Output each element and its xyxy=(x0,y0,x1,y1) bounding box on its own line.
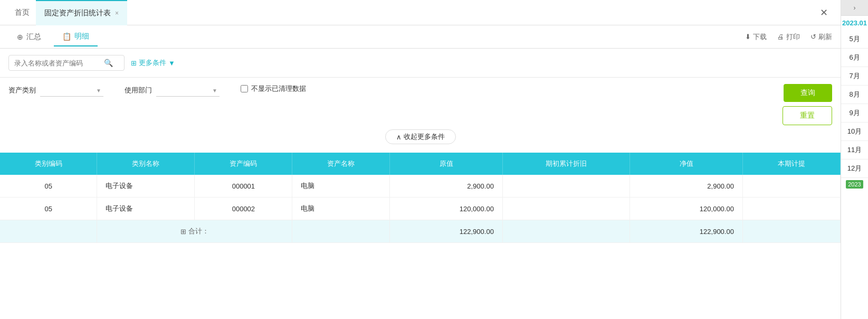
cell-asset-code: 000002 xyxy=(195,198,292,220)
reset-button[interactable]: 重置 xyxy=(783,106,832,125)
sidebar: › 2023.01 5月 6月 7月 8月 9月 10月 11月 12月 202… xyxy=(841,0,868,319)
detail-icon: 📋 xyxy=(62,32,71,41)
tab-title: 固定资产折旧统计表 xyxy=(44,8,111,18)
chevron-down-icon: ▼ xyxy=(168,59,175,67)
tab-bar: ⊕ 汇总 📋 明细 ⬇ 下载 🖨 打印 ↺ 刷新 xyxy=(0,25,841,49)
total-label-cell: ⊞ 合计： xyxy=(97,220,292,243)
cell-initial-depreciation xyxy=(502,198,630,220)
sidebar-month-11[interactable]: 11月 xyxy=(841,141,868,160)
total-original-value: 122,900.00 xyxy=(390,220,502,243)
total-net-value: 122,900.00 xyxy=(630,220,742,243)
summary-icon: ⊕ xyxy=(17,33,23,41)
tab-group: ⊕ 汇总 📋 明细 xyxy=(8,27,98,46)
hide-cleared-checkbox[interactable] xyxy=(241,85,248,92)
header-asset-name: 资产名称 xyxy=(292,153,390,175)
cell-category-code: 05 xyxy=(0,175,97,198)
cell-net-value: 120,000.00 xyxy=(630,198,742,220)
filter-area: 🔍 ⊞ 更多条件 ▼ xyxy=(0,49,841,78)
total-initial-depreciation xyxy=(502,220,630,243)
tab-detail[interactable]: 📋 明细 xyxy=(54,27,98,46)
cell-asset-name: 电脑 xyxy=(292,175,390,198)
toolbar-right: ⬇ 下载 🖨 打印 ↺ 刷新 xyxy=(745,32,832,42)
asset-category-label: 资产类别 xyxy=(8,86,36,95)
print-icon: 🖨 xyxy=(777,33,784,41)
collapse-label: 收起更多条件 xyxy=(404,132,445,142)
table-total-row: ⊞ 合计： 122,900.00 122,900.00 xyxy=(0,220,841,243)
sidebar-month-8[interactable]: 8月 xyxy=(841,86,868,104)
query-button[interactable]: 查询 xyxy=(784,84,832,102)
search-row: 🔍 ⊞ 更多条件 ▼ xyxy=(8,55,832,71)
search-icon: 🔍 xyxy=(104,59,113,67)
header-initial-depreciation: 期初累计折旧 xyxy=(502,153,630,175)
sidebar-month-9[interactable]: 9月 xyxy=(841,104,868,123)
download-label: 下载 xyxy=(753,32,767,42)
cell-asset-name: 电脑 xyxy=(292,198,390,220)
top-nav: 首页 固定资产折旧统计表 × ✕ xyxy=(0,0,841,25)
date-display: 2023.01 xyxy=(842,16,867,30)
hide-cleared-group: 不显示已清理数据 xyxy=(241,84,306,93)
tab-summary[interactable]: ⊕ 汇总 xyxy=(8,28,50,46)
cell-category-code: 05 xyxy=(0,198,97,220)
total-current-period xyxy=(742,220,840,243)
department-filter: 使用部门 ▼ xyxy=(125,84,220,97)
cell-initial-depreciation xyxy=(502,175,630,198)
sidebar-month-10[interactable]: 10月 xyxy=(841,123,868,141)
department-select[interactable] xyxy=(156,84,220,97)
total-calc-icon: ⊞ xyxy=(180,228,186,236)
sidebar-month-6[interactable]: 6月 xyxy=(841,49,868,67)
refresh-icon: ↺ xyxy=(810,33,816,41)
header-category-name: 类别名称 xyxy=(97,153,195,175)
advanced-filter-row: 资产类别 ▼ 使用部门 ▼ 不显示已清理数 xyxy=(8,78,832,129)
total-label-text: 合计： xyxy=(188,227,209,236)
total-empty-1 xyxy=(0,220,97,243)
sidebar-expand-arrow[interactable]: › xyxy=(841,0,868,16)
download-button[interactable]: ⬇ 下载 xyxy=(745,32,767,42)
search-input-wrap[interactable]: 🔍 xyxy=(8,55,125,71)
more-conditions-button[interactable]: ⊞ 更多条件 ▼ xyxy=(131,58,175,68)
sidebar-month-7[interactable]: 7月 xyxy=(841,67,868,86)
window-close-button[interactable]: ✕ xyxy=(816,7,832,18)
hide-cleared-label: 不显示已清理数据 xyxy=(251,84,306,93)
cell-current-period xyxy=(742,198,840,220)
table-row: 05 电子设备 000001 电脑 2,900.00 2,900.00 xyxy=(0,175,841,198)
filter-icon: ⊞ xyxy=(131,59,137,67)
print-button[interactable]: 🖨 打印 xyxy=(777,32,800,42)
cell-original-value: 2,900.00 xyxy=(390,175,502,198)
download-icon: ⬇ xyxy=(745,33,751,41)
refresh-button[interactable]: ↺ 刷新 xyxy=(810,32,832,42)
refresh-label: 刷新 xyxy=(818,32,832,42)
sidebar-month-12[interactable]: 12月 xyxy=(841,160,868,178)
asset-category-select[interactable] xyxy=(40,84,103,97)
sidebar-month-5[interactable]: 5月 xyxy=(841,30,868,49)
year-badge[interactable]: 2023 xyxy=(846,180,863,189)
header-category-code: 类别编码 xyxy=(0,153,97,175)
cell-category-name: 电子设备 xyxy=(97,175,195,198)
tab-close-button[interactable]: × xyxy=(115,10,119,17)
cell-category-name: 电子设备 xyxy=(97,198,195,220)
collapse-button[interactable]: ∧ 收起更多条件 xyxy=(385,129,456,144)
active-tab[interactable]: 固定资产折旧统计表 × xyxy=(36,0,127,25)
search-input[interactable] xyxy=(14,59,104,67)
more-conditions-label: 更多条件 xyxy=(139,58,166,68)
cell-asset-code: 000001 xyxy=(195,175,292,198)
header-net-value: 净值 xyxy=(630,153,742,175)
total-empty-2 xyxy=(292,220,390,243)
asset-category-select-wrap[interactable]: ▼ xyxy=(40,84,103,97)
header-asset-code: 资产编码 xyxy=(195,153,292,175)
department-select-wrap[interactable]: ▼ xyxy=(156,84,220,97)
asset-category-filter: 资产类别 ▼ xyxy=(8,84,103,97)
cell-net-value: 2,900.00 xyxy=(630,175,742,198)
table-wrap: 类别编码 类别名称 资产编码 资产名称 原值 期初累计折旧 净值 本期计提 05… xyxy=(0,153,841,319)
table-row: 05 电子设备 000002 电脑 120,000.00 120,000.00 xyxy=(0,198,841,220)
header-current-period: 本期计提 xyxy=(742,153,840,175)
tab-summary-label: 汇总 xyxy=(26,32,41,42)
tab-detail-label: 明细 xyxy=(74,32,89,41)
cell-current-period xyxy=(742,175,840,198)
data-table: 类别编码 类别名称 资产编码 资产名称 原值 期初累计折旧 净值 本期计提 05… xyxy=(0,153,841,243)
filter-section: 资产类别 ▼ 使用部门 ▼ 不显示已清理数 xyxy=(0,78,841,153)
department-label: 使用部门 xyxy=(125,86,152,95)
collapse-row: ∧ 收起更多条件 xyxy=(8,129,832,148)
collapse-up-icon: ∧ xyxy=(396,133,402,141)
home-nav[interactable]: 首页 xyxy=(8,8,36,17)
cell-original-value: 120,000.00 xyxy=(390,198,502,220)
